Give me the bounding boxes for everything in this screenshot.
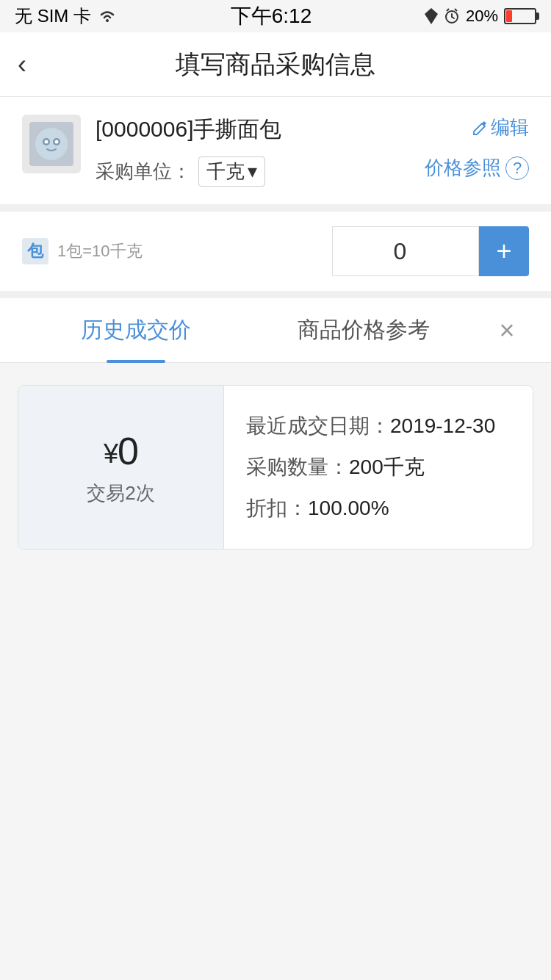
history-card-right: 最近成交日期： 2019-12-30 采购数量： 200千克 折扣： 100.0… — [224, 386, 533, 549]
product-info: [0000006]手撕面包 采购单位： 千克 ▾ — [96, 115, 281, 187]
tab-history-price[interactable]: 历史成交价 — [22, 298, 250, 363]
back-button[interactable]: ‹ — [18, 49, 26, 80]
status-carrier: 无 SIM 卡 — [15, 4, 118, 28]
purchase-quantity-row: 采购数量： 200千克 — [246, 453, 511, 481]
svg-point-10 — [45, 140, 48, 144]
svg-point-7 — [35, 128, 68, 160]
svg-line-5 — [447, 9, 449, 11]
tab-product-price-ref[interactable]: 商品价格参考 — [250, 298, 478, 363]
svg-line-4 — [452, 17, 454, 18]
unit-sub-text: 1包=10千克 — [57, 240, 143, 262]
svg-point-0 — [106, 19, 109, 22]
history-card: ¥0 交易2次 最近成交日期： 2019-12-30 采购数量： 200千克 折… — [18, 385, 533, 550]
history-trade-count: 交易2次 — [87, 480, 154, 506]
tabs-bar: 历史成交价 商品价格参考 × — [0, 298, 551, 363]
history-content: ¥0 交易2次 最近成交日期： 2019-12-30 采购数量： 200千克 折… — [0, 363, 551, 804]
nav-header: ‹ 填写商品采购信息 — [0, 32, 551, 97]
svg-line-6 — [455, 9, 457, 11]
battery-percent: 20% — [466, 7, 498, 26]
product-thumbnail — [22, 115, 81, 173]
tabs-close-button[interactable]: × — [485, 309, 529, 353]
quantity-input[interactable] — [332, 226, 479, 276]
help-icon: ? — [505, 156, 529, 180]
svg-point-11 — [55, 140, 59, 144]
product-logo-icon — [33, 126, 70, 162]
unit-label: 采购单位： — [96, 159, 191, 184]
page-title: 填写商品采购信息 — [176, 48, 375, 82]
quantity-plus-button[interactable]: + — [479, 226, 529, 276]
unit-dropdown[interactable]: 千克 ▾ — [198, 156, 265, 187]
history-price: ¥0 — [104, 429, 138, 473]
alarm-icon — [444, 8, 460, 24]
price-reference-button[interactable]: 价格参照 ? — [425, 155, 529, 181]
recent-date-row: 最近成交日期： 2019-12-30 — [246, 412, 511, 440]
status-time: 下午6:12 — [231, 2, 312, 30]
status-bar: 无 SIM 卡 下午6:12 20% — [0, 0, 551, 32]
history-card-left: ¥0 交易2次 — [18, 386, 224, 549]
quantity-label: 包 1包=10千克 — [22, 238, 143, 264]
edit-icon — [472, 120, 488, 136]
edit-button[interactable]: 编辑 — [472, 115, 529, 140]
product-unit-row: 采购单位： 千克 ▾ — [96, 156, 281, 187]
unit-box-icon: 包 — [22, 238, 48, 264]
battery-icon — [504, 8, 536, 24]
quantity-input-group: + — [332, 226, 529, 276]
product-name: [0000006]手撕面包 — [96, 115, 281, 145]
wifi-icon — [97, 9, 118, 24]
status-right: 20% — [425, 7, 536, 26]
quantity-row: 包 1包=10千克 + — [0, 212, 551, 298]
svg-marker-1 — [425, 8, 438, 24]
discount-row: 折扣： 100.00% — [246, 494, 511, 522]
product-card: [0000006]手撕面包 采购单位： 千克 ▾ 编辑 价格参照 — [0, 97, 551, 212]
tab-active-indicator — [107, 360, 165, 363]
location-icon — [425, 8, 438, 24]
